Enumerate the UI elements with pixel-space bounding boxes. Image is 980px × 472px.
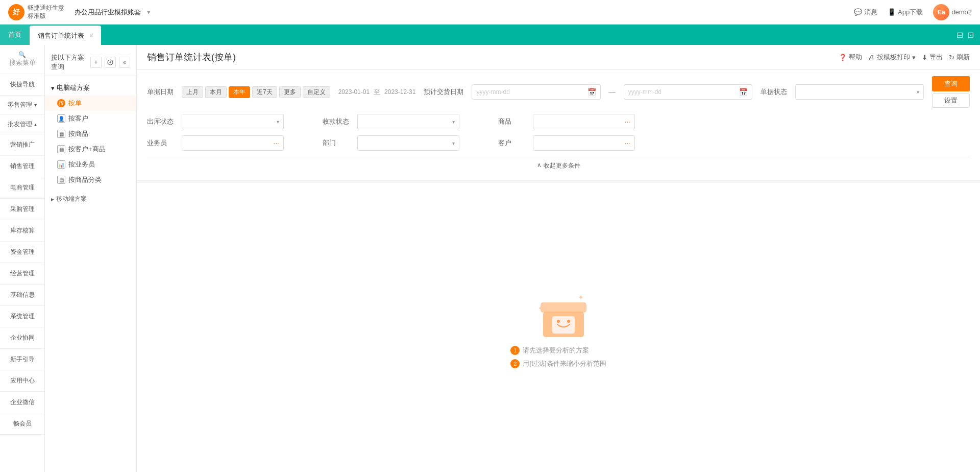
sidebar-wholesale[interactable]: 批发管理 ▴	[0, 115, 44, 134]
empty-instruction-1: 1 请先选择要分析的方案	[510, 344, 606, 357]
date-start-text: 2023-01-01	[338, 88, 370, 96]
this-month-btn[interactable]: 本月	[205, 86, 227, 98]
customer-field: 客户 ···	[498, 135, 635, 151]
sidebar-basic-info[interactable]: 基础信息	[0, 285, 44, 306]
sidebar-finance[interactable]: 资金管理	[0, 242, 44, 263]
sidebar-sales[interactable]: 销售管理	[0, 156, 44, 177]
sidebar-retail[interactable]: 零售管理 ▾	[0, 96, 44, 115]
this-year-btn[interactable]: 本年	[229, 86, 250, 98]
scheme-cp-icon: ▦	[57, 145, 65, 153]
payment-status-label: 收款状态	[323, 117, 353, 126]
mobile-scheme-title[interactable]: ▸ 移动端方案	[45, 192, 136, 206]
tab-minimize-btn[interactable]: ⊟	[957, 30, 963, 40]
date-sep: 至	[374, 87, 380, 97]
last7days-btn[interactable]: 近7天	[252, 86, 277, 98]
user-name: demo2	[951, 8, 972, 16]
salesperson-field: 业务员 ···	[147, 135, 284, 151]
svg-text:✦: ✦	[578, 293, 584, 301]
scheme-item-by-customer[interactable]: 👤 按客户	[45, 111, 136, 126]
help-icon: ❓	[839, 54, 847, 61]
sidebar-newbie[interactable]: 新手引导	[0, 349, 44, 370]
top-bar: 好 畅捷通好生意 标准版 办公用品行业模拟账套 ▾ 💬 消息 📱 App下载 E…	[0, 0, 980, 25]
pc-scheme-group-title[interactable]: ▾ 电脑端方案	[45, 80, 136, 96]
tab-active[interactable]: 销售订单统计表 ×	[30, 26, 101, 46]
customer-input[interactable]: ···	[533, 135, 635, 151]
scheme-item-by-order[interactable]: 按 按单	[45, 96, 136, 111]
out-status-label: 出库状态	[147, 117, 178, 126]
sidebar-operations[interactable]: 经营管理	[0, 263, 44, 285]
product-field: 商品 ···	[498, 114, 635, 129]
app-download-btn[interactable]: 📱 App下载	[888, 8, 923, 17]
message-btn[interactable]: 💬 消息	[854, 8, 877, 17]
system-name: 办公用品行业模拟账套	[75, 8, 141, 17]
query-btn[interactable]: 查询	[932, 76, 970, 91]
left-panel-header: 按以下方案查询 + «	[45, 49, 136, 76]
left-panel-icons: + «	[90, 57, 130, 68]
settings-btn[interactable]: 设置	[932, 93, 970, 108]
custom-date-btn[interactable]: 自定义	[303, 86, 330, 98]
out-status-select[interactable]: ▾	[182, 114, 284, 129]
left-panel: 按以下方案查询 + « ▾ 电脑端方案	[45, 45, 137, 472]
empty-illustration: ✦ ✦	[533, 285, 594, 341]
product-more-icon: ···	[624, 117, 630, 126]
payment-status-arrow-icon: ▾	[452, 119, 455, 125]
sidebar-system[interactable]: 系统管理	[0, 306, 44, 327]
last-month-btn[interactable]: 上月	[182, 86, 203, 98]
customer-label: 客户	[498, 138, 529, 148]
svg-point-6	[557, 320, 560, 323]
salesperson-more-icon: ···	[273, 139, 279, 147]
sidebar-quick-nav[interactable]: 快捷导航	[0, 74, 44, 96]
sidebar-purchase[interactable]: 采购管理	[0, 199, 44, 220]
delivery-date-start-input[interactable]: yyyy-mm-dd 📅	[472, 84, 600, 100]
sidebar-search[interactable]: 🔍 搜索菜单	[0, 45, 44, 74]
export-btn[interactable]: ⬇ 导出	[922, 53, 943, 62]
help-btn[interactable]: ❓ 帮助	[839, 53, 862, 62]
product-input[interactable]: ···	[533, 114, 635, 129]
refresh-icon: ↻	[949, 54, 954, 61]
doc-status-select[interactable]: ▾	[795, 84, 924, 100]
salesperson-input[interactable]: ···	[182, 135, 284, 151]
scheme-item-by-salesperson[interactable]: 📊 按业务员	[45, 157, 136, 172]
scheme-item-by-category[interactable]: ▤ 按商品分类	[45, 172, 136, 187]
tab-close-btn[interactable]: ×	[89, 32, 93, 39]
pc-scheme-group: ▾ 电脑端方案 按 按单 👤 按客户 ▦ 按商品 ▦ 按客户+商品	[45, 78, 136, 190]
sidebar-ecommerce[interactable]: 电商管理	[0, 177, 44, 199]
scheme-salesperson-icon: 📊	[57, 160, 65, 169]
delivery-date-end-input[interactable]: yyyy-mm-dd 📅	[624, 84, 752, 100]
dept-select[interactable]: ▾	[357, 135, 459, 151]
scheme-item-by-product[interactable]: ▦ 按商品	[45, 126, 136, 141]
collapse-panel-btn[interactable]: «	[119, 57, 130, 68]
sidebar-marketing[interactable]: 营销推广	[0, 134, 44, 156]
edit-scheme-btn[interactable]	[105, 57, 116, 68]
tab-home[interactable]: 首页	[0, 25, 30, 45]
add-scheme-btn[interactable]: +	[90, 57, 102, 68]
page-header: 销售订单统计表(按单) ❓ 帮助 🖨 按模板打印 ▾ ⬇ 导出	[137, 45, 980, 70]
mobile-scheme-group: ▸ 移动端方案	[45, 190, 136, 208]
sidebar-member[interactable]: 畅会员	[0, 413, 44, 435]
delivery-calendar-start-icon: 📅	[587, 88, 596, 96]
doc-status-label: 单据状态	[761, 87, 787, 97]
search-icon: 🔍	[4, 51, 40, 58]
salesperson-label: 业务员	[147, 138, 178, 148]
sidebar-inventory[interactable]: 库存核算	[0, 220, 44, 242]
payment-status-select[interactable]: ▾	[357, 114, 459, 129]
refresh-btn[interactable]: ↻ 刷新	[949, 53, 970, 62]
user-avatar-area[interactable]: Ea demo2	[933, 4, 972, 20]
system-dropdown-icon[interactable]: ▾	[147, 8, 151, 16]
collapse-bar[interactable]: ∧ 收起更多条件	[147, 157, 970, 174]
dept-label: 部门	[323, 138, 353, 148]
step-2-icon: 2	[510, 359, 520, 368]
template-print-btn[interactable]: 🖨 按模板打印 ▾	[868, 53, 916, 62]
scheme-item-by-customer-product[interactable]: ▦ 按客户+商品	[45, 141, 136, 157]
wholesale-arrow-icon: ▴	[34, 122, 37, 127]
logo-text: 畅捷通好生意 标准版	[28, 4, 64, 20]
sidebar-wechat[interactable]: 企业微信	[0, 392, 44, 413]
logo-area: 好 畅捷通好生意 标准版	[8, 4, 64, 20]
tab-maximize-btn[interactable]: ⊡	[967, 30, 974, 40]
more-date-btn[interactable]: 更多	[279, 86, 301, 98]
user-avatar: Ea	[933, 4, 949, 20]
sidebar-enterprise[interactable]: 企业协同	[0, 327, 44, 349]
svg-text:✦: ✦	[538, 305, 542, 311]
top-bar-left: 好 畅捷通好生意 标准版 办公用品行业模拟账套 ▾	[8, 4, 151, 20]
sidebar-app-center[interactable]: 应用中心	[0, 370, 44, 392]
